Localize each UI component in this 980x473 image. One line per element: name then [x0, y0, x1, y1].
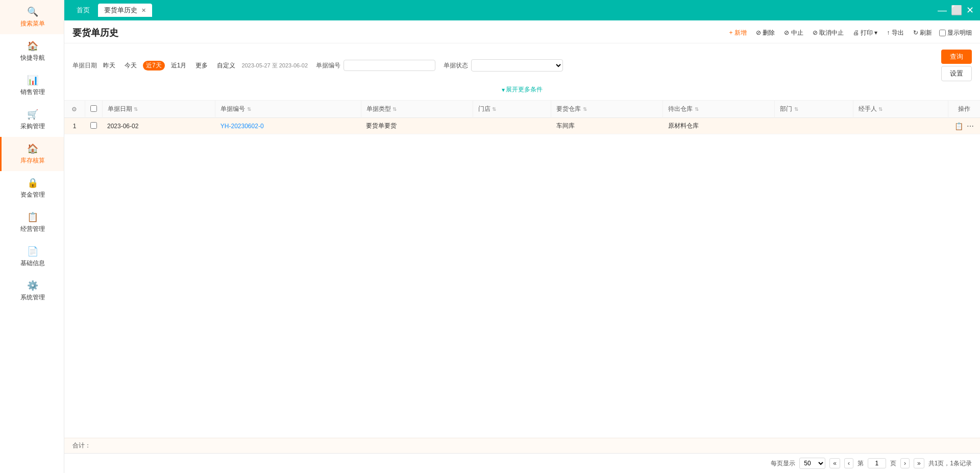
expand-more-btn[interactable]: ▾ 展开更多条件: [502, 85, 543, 94]
quick-nav-icon: 🏠: [27, 40, 38, 52]
date-btn-7days[interactable]: 近7天: [143, 61, 165, 70]
sidebar-item-finance[interactable]: 🔒 资金管理: [0, 171, 64, 205]
tab-requisition-history[interactable]: 要货单历史 ✕: [98, 4, 152, 17]
maximize-button[interactable]: ⬜: [951, 6, 962, 15]
row-view-icon[interactable]: 📋: [953, 122, 964, 130]
doc-no-filter-group: 单据编号: [316, 60, 435, 71]
filter-area: 单据日期 昨天 今天 近7天 近1月 更多 自定义 2023-05-27 至 2…: [64, 43, 980, 101]
doc-no-label: 单据编号: [316, 61, 340, 70]
next-page-button[interactable]: ›: [900, 458, 910, 468]
main-area: 首页 要货单历史 ✕ — ⬜ ✕ 要货单历史 + 新增 ⊘ 删除 ⊘ 中止 ⊘ …: [64, 0, 980, 473]
row-store: [473, 118, 551, 134]
date-btn-1month[interactable]: 近1月: [168, 61, 190, 70]
date-sort-icon[interactable]: ⇅: [134, 106, 138, 112]
page-input[interactable]: [868, 458, 886, 468]
tab-close-icon[interactable]: ✕: [141, 7, 146, 13]
sidebar-item-system[interactable]: ⚙️ 系统管理: [0, 274, 64, 308]
sidebar-item-inventory[interactable]: 🏠 库存核算: [0, 137, 64, 171]
first-page-button[interactable]: «: [829, 458, 840, 468]
sidebar-item-label: 库存核算: [20, 156, 45, 165]
col-pending-warehouse-header: 待出仓库 ⇅: [663, 101, 775, 118]
print-button[interactable]: 🖨 🖨 打印 打印 ▾: [851, 28, 879, 38]
table-area: ⚙ 单据日期 ⇅ 单据编号 ⇅: [64, 101, 980, 438]
page-header: 要货单历史 + 新增 ⊘ 删除 ⊘ 中止 ⊘ 取消中止 🖨 🖨 打印 打印 ▾ …: [64, 20, 980, 43]
docno-sort-icon[interactable]: ⇅: [247, 106, 251, 112]
store-sort-icon[interactable]: ⇅: [492, 106, 496, 112]
doc-no-input[interactable]: [344, 60, 435, 71]
page-title: 要货单历史: [72, 27, 118, 39]
department-sort-icon[interactable]: ⇅: [794, 106, 798, 112]
doc-no-link[interactable]: YH-20230602-0: [220, 123, 264, 130]
pagination-bar: 每页显示 50 20 100 « ‹ 第 页 › » 共1页，1条记录: [64, 453, 980, 473]
date-range-display: 2023-05-27 至 2023-06-02: [241, 62, 308, 69]
minimize-button[interactable]: —: [938, 6, 947, 15]
expand-icon: ▾: [502, 86, 505, 93]
system-icon: ⚙️: [27, 280, 38, 291]
doctype-sort-icon[interactable]: ⇅: [393, 106, 397, 112]
tab-home[interactable]: 首页: [70, 4, 96, 17]
row-ops: 📋 ⋯: [948, 118, 980, 134]
col-req-warehouse-header: 要货仓库 ⇅: [551, 101, 663, 118]
expand-row: ▾ 展开更多条件: [72, 85, 972, 94]
settings-button[interactable]: 设置: [941, 66, 972, 81]
status-select[interactable]: [471, 59, 563, 72]
per-page-label: 每页显示: [771, 459, 795, 468]
sidebar-item-basic-info[interactable]: 📄 基础信息: [0, 240, 64, 274]
col-handler-header: 经手人 ⇅: [853, 101, 948, 118]
date-btn-more[interactable]: 更多: [192, 61, 211, 70]
row-pending-warehouse: 原材料仓库: [663, 118, 775, 134]
date-btn-yesterday[interactable]: 昨天: [100, 61, 118, 70]
sidebar: 🔍 搜索菜单 🏠 快捷导航 📊 销售管理 🛒 采购管理 🏠 库存核算 🔒 资金管…: [0, 0, 64, 473]
col-doctype-header: 单据类型 ⇅: [361, 101, 473, 118]
sidebar-item-label: 资金管理: [20, 191, 45, 199]
search-menu-icon: 🔍: [27, 6, 38, 17]
display-detail-checkbox[interactable]: [939, 30, 946, 36]
select-all-checkbox[interactable]: [90, 105, 97, 112]
sidebar-item-purchase[interactable]: 🛒 采购管理: [0, 103, 64, 137]
purchase-icon: 🛒: [27, 109, 38, 120]
sidebar-item-search-menu[interactable]: 🔍 搜索菜单: [0, 0, 64, 34]
col-store-header: 门店 ⇅: [473, 101, 551, 118]
column-settings-icon[interactable]: ⚙: [71, 106, 77, 113]
date-btn-custom[interactable]: 自定义: [214, 61, 238, 70]
date-filter-label: 单据日期: [72, 61, 97, 70]
table-body: 1 2023-06-02 YH-20230602-0 要货单要货 车间库 原材料…: [64, 118, 980, 134]
refresh-button[interactable]: ↻ 刷新: [911, 28, 934, 38]
col-settings[interactable]: ⚙: [64, 101, 85, 118]
close-window-button[interactable]: ✕: [966, 6, 974, 15]
total-info: 共1页，1条记录: [928, 459, 972, 468]
sidebar-item-quick-nav[interactable]: 🏠 快捷导航: [0, 34, 64, 68]
cancel-stop-button[interactable]: ⊘ 取消中止: [811, 28, 846, 38]
sidebar-item-label: 基础信息: [20, 259, 45, 268]
top-bar: 首页 要货单历史 ✕ — ⬜ ✕: [64, 0, 980, 20]
display-detail-check[interactable]: 显示明细: [939, 29, 972, 37]
col-checkbox: [85, 101, 102, 118]
toolbar: + 新增 ⊘ 删除 ⊘ 中止 ⊘ 取消中止 🖨 🖨 打印 打印 ▾ ↑ 导出 ↻…: [727, 28, 972, 38]
sidebar-item-sales[interactable]: 📊 销售管理: [0, 68, 64, 103]
inventory-icon: 🏠: [27, 143, 38, 154]
delete-button[interactable]: ⊘ 删除: [754, 28, 777, 38]
pending-warehouse-sort-icon[interactable]: ⇅: [695, 106, 699, 112]
page-prefix: 第: [857, 459, 864, 468]
req-warehouse-sort-icon[interactable]: ⇅: [583, 106, 587, 112]
row-doctype: 要货单要货: [361, 118, 473, 134]
handler-sort-icon[interactable]: ⇅: [878, 106, 883, 112]
table-footer: 合计：: [64, 438, 980, 453]
row-more-icon[interactable]: ⋯: [966, 122, 975, 130]
per-page-select[interactable]: 50 20 100: [799, 458, 825, 469]
finance-icon: 🔒: [27, 177, 38, 188]
filter-row-1: 单据日期 昨天 今天 近7天 近1月 更多 自定义 2023-05-27 至 2…: [72, 50, 972, 81]
date-btn-today[interactable]: 今天: [121, 61, 140, 70]
export-button[interactable]: ↑ 导出: [885, 28, 905, 38]
sidebar-item-operations[interactable]: 📋 经营管理: [0, 205, 64, 240]
row-checkbox[interactable]: [90, 122, 97, 129]
new-button[interactable]: + 新增: [727, 28, 749, 38]
col-ops-header: 操作: [948, 101, 980, 118]
last-page-button[interactable]: »: [914, 458, 924, 468]
stop-button[interactable]: ⊘ 中止: [782, 28, 805, 38]
query-button[interactable]: 查询: [941, 50, 972, 64]
col-docno-header: 单据编号 ⇅: [215, 101, 361, 118]
table-header-row: ⚙ 单据日期 ⇅ 单据编号 ⇅: [64, 101, 980, 118]
sidebar-item-label: 系统管理: [20, 293, 45, 302]
prev-page-button[interactable]: ‹: [844, 458, 853, 468]
